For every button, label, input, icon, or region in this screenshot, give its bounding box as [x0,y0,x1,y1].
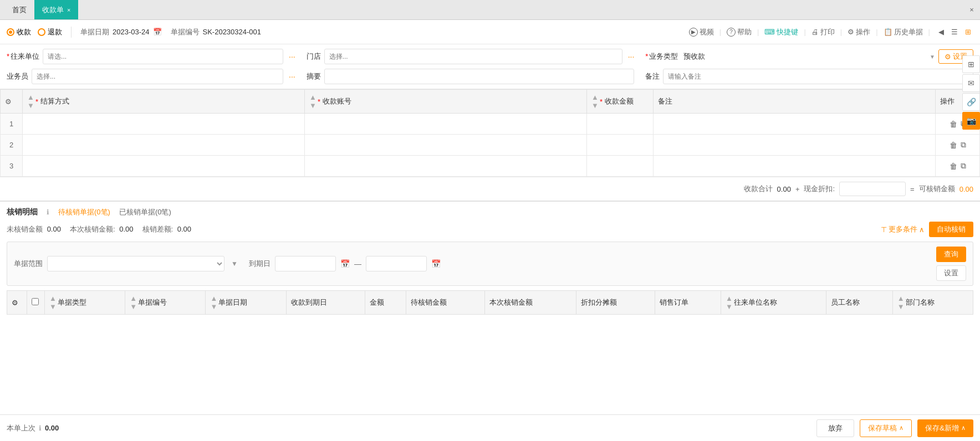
row-1-remark[interactable] [654,114,936,135]
row-3-remark-input[interactable] [654,156,935,176]
row-2-settle-input[interactable] [23,135,304,155]
staff-input[interactable] [32,69,283,84]
row-1-amount-input[interactable] [587,114,653,134]
bottom-table: ⚙ ▲▼ 单据类型 ▲▼ [7,290,973,315]
video-label: 视频 [700,27,714,37]
table2-settings-icon[interactable]: ⚙ [12,299,18,307]
row-3-remark[interactable] [654,156,936,177]
doc-type-sort[interactable]: ▲▼ [49,294,57,311]
tab-home[interactable]: 首页 [4,0,34,19]
settle-sort-icon[interactable]: ▲▼ [27,93,34,110]
dept-sort[interactable]: ▲▼ [897,294,905,311]
row-3-account-input[interactable] [305,156,586,176]
row-2-remark[interactable] [654,135,936,156]
sidebar-email-icon[interactable]: ✉ [962,74,980,92]
row-3-amount[interactable] [587,156,654,177]
row-2-delete-icon[interactable]: 🗑 [950,141,957,150]
radio-receive[interactable]: 收款 [7,27,31,37]
row-2-account-input[interactable] [305,135,586,155]
row-3-account[interactable] [305,156,587,177]
counterparty-sort[interactable]: ▲▼ [726,294,733,311]
row-1-delete-icon[interactable]: 🗑 [950,120,957,129]
window-controls: × [968,6,976,14]
row-1-settle[interactable] [23,114,305,135]
range-dropdown-icon[interactable]: ▼ [231,260,238,268]
discount-input[interactable] [839,182,906,196]
radio-refund[interactable]: 退款 [38,27,62,37]
doc-num-sort[interactable]: ▲▼ [130,294,137,311]
list-view-icon[interactable]: ☰ [949,27,960,38]
amount-sort-icon[interactable]: ▲▼ [591,93,599,110]
shop-more-icon[interactable]: ··· [628,52,635,61]
staff-field: 业务员 ··· [7,69,295,84]
row-3-amount-input[interactable] [587,156,653,176]
help-label: 帮助 [737,27,752,37]
col-settings-2[interactable]: ⚙ [7,291,27,315]
row-2-settle[interactable] [23,135,305,156]
form-area: *往来单位 ··· 门店 ··· *业务类型 预收款 ▼ ⚙ [0,44,980,89]
abandon-btn[interactable]: 放弃 [816,419,854,437]
summary-input[interactable] [324,69,635,84]
doc-date-sort[interactable]: ▲▼ [210,294,217,311]
to-calendar-icon[interactable]: 📅 [431,259,441,268]
tab-active[interactable]: 收款单 × [34,0,78,19]
filter-row-inner: 单据范围 ▼ 到期日 2022-04-01 📅 — 2022-04-12 📅 [14,256,931,271]
uncleared-stat: 未核销金额 0.00 [7,224,61,234]
select-all-checkbox[interactable] [32,298,39,305]
history-btn[interactable]: 📋 历史单据 [884,27,923,37]
row-2-amount-input[interactable] [587,135,653,155]
counterparty-input[interactable] [43,49,283,64]
to-date-input[interactable]: 2022-04-12 [366,256,427,271]
row-1-account[interactable] [305,114,587,135]
col-settings[interactable]: ⚙ [1,90,23,114]
row-3-settle-input[interactable] [23,156,304,176]
help-btn[interactable]: ? 帮助 [727,27,752,37]
row-3-copy-icon[interactable]: ⧉ [961,161,966,171]
remark-input[interactable] [663,69,973,84]
row-1-remark-input[interactable] [654,114,935,134]
video-btn[interactable]: ▶ 视频 [689,27,714,37]
toolbar: 收款 退款 单据日期 2023-03-24 📅 单据编号 SK-20230324… [0,20,980,44]
save-new-btn[interactable]: 保存&新增 ∧ [917,419,973,437]
grid-view-icon[interactable]: ⊞ [962,27,973,38]
table-settings-icon[interactable]: ⚙ [5,98,12,106]
window-close-btn[interactable]: × [968,6,976,14]
from-calendar-icon[interactable]: 📅 [340,259,350,268]
row-3-delete-icon[interactable]: 🗑 [950,162,957,171]
row-1-account-input[interactable] [305,114,586,134]
row-2-remark-input[interactable] [654,135,935,155]
row-2-amount[interactable] [587,135,654,156]
account-sort-icon[interactable]: ▲▼ [309,93,317,110]
shortcut-btn[interactable]: ⌨ 快捷键 [764,27,798,37]
hexiao-pending-tab[interactable]: 待核销单据(0笔) [58,207,110,217]
row-2-copy-icon[interactable]: ⧉ [961,140,966,150]
form-row-2: 业务员 ··· 摘要 备注 [7,69,973,84]
staff-more-icon[interactable]: ··· [289,72,295,81]
hexiao-completed-tab[interactable]: 已核销单据(0笔) [119,207,171,217]
col-counterparty-header: ▲▼ 往来单位名称 [721,291,826,315]
row-1-settle-input[interactable] [23,114,304,134]
tab-close-icon[interactable]: × [67,7,70,13]
row-1-amount[interactable] [587,114,654,135]
print-btn[interactable]: 🖨 打印 [811,27,835,37]
operation-btn[interactable]: ⚙ 操作 [848,27,870,37]
auto-hexiao-btn[interactable]: 自动核销 [929,222,973,237]
hexiao-info-icon[interactable]: ℹ [47,208,49,216]
shop-input[interactable] [324,49,622,64]
row-3-settle[interactable] [23,156,305,177]
save-draft-btn[interactable]: 保存草稿 ∧ [860,419,912,437]
sidebar-camera-icon[interactable]: 📷 [962,112,980,130]
biz-type-dropdown-icon[interactable]: ▼ [930,54,935,60]
row-2-account[interactable] [305,135,587,156]
counterparty-more-icon[interactable]: ··· [289,52,295,61]
sidebar-link-icon[interactable]: 🔗 [962,93,980,111]
bottom-info-icon[interactable]: ℹ [39,424,42,432]
range-select[interactable] [47,256,224,271]
prev-page-icon[interactable]: ◀ [936,27,947,38]
date-calendar-icon[interactable]: 📅 [153,28,162,36]
query-btn[interactable]: 查询 [936,247,966,262]
more-conditions-btn[interactable]: ⊤ 更多条件 ∧ [881,224,925,234]
sidebar-table-icon[interactable]: ⊞ [962,55,980,73]
from-date-input[interactable]: 2022-04-01 [275,256,336,271]
hexiao-settings-btn[interactable]: 设置 [936,265,966,281]
